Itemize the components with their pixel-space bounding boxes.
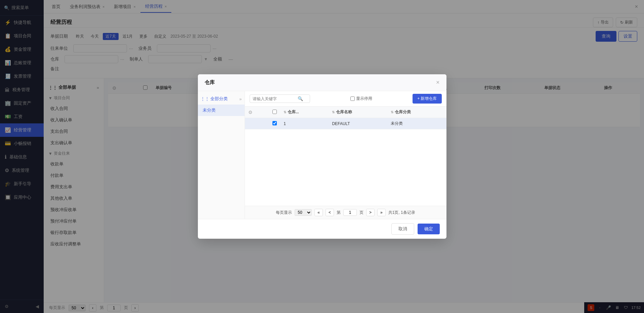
sort-icon-name: ⇅ xyxy=(332,110,335,114)
modal-sidebar-item-label: 未分类 xyxy=(203,107,216,113)
modal-total-label: 共1页, 1条记录 xyxy=(388,210,415,216)
modal-page-label: 第 xyxy=(337,210,341,216)
wh-col-num: 仓库... xyxy=(288,110,299,114)
wh-row-select[interactable] xyxy=(272,121,277,125)
wh-th-gear[interactable]: ⚙ xyxy=(245,107,269,118)
wh-row-checkbox[interactable] xyxy=(269,118,280,129)
all-categories-label[interactable]: ⋮⋮ 全部分类 xyxy=(201,96,228,102)
show-disabled-text: 显示停用 xyxy=(356,96,372,102)
wh-th-category[interactable]: ⇅ 仓库分类 xyxy=(387,107,446,118)
modal-pagination: 每页显示 50 100 « < 第 页 > » 共1页, 1条记录 xyxy=(245,206,446,219)
modal-next-btn[interactable]: > xyxy=(366,209,375,216)
modal-last-btn[interactable]: » xyxy=(377,209,386,216)
cancel-button[interactable]: 取消 xyxy=(391,223,414,235)
modal-content: 🔍 显示停用 + 新增仓库 ⚙ xyxy=(245,91,446,219)
modal-search-input[interactable] xyxy=(253,96,296,101)
wh-col-category: 仓库分类 xyxy=(395,110,411,114)
modal-table: ⚙ ⇅ 仓库... ⇅ 仓库名称 xyxy=(245,107,446,206)
sort-icon-num: ⇅ xyxy=(284,110,286,114)
warehouse-modal: 仓库 × ⋮⋮ 全部分类 » 未分类 🔍 xyxy=(198,74,446,239)
wh-row-gear xyxy=(245,118,269,129)
confirm-button[interactable]: 确定 xyxy=(418,224,440,234)
show-disabled-label[interactable]: 显示停用 xyxy=(350,96,372,102)
wh-th-checkbox[interactable] xyxy=(269,107,280,118)
warehouse-table-row[interactable]: 1 DEFAULT 未分类 xyxy=(245,118,446,129)
modal-title: 仓库 xyxy=(205,79,215,86)
add-warehouse-button[interactable]: + 新增仓库 xyxy=(413,94,441,104)
sidebar-collapse-btn[interactable]: » xyxy=(239,96,242,102)
modal-search-box[interactable]: 🔍 xyxy=(250,94,310,103)
modal-overlay[interactable]: 仓库 × ⋮⋮ 全部分类 » 未分类 🔍 xyxy=(0,0,644,313)
modal-first-btn[interactable]: « xyxy=(314,209,323,216)
modal-sidebar: ⋮⋮ 全部分类 » 未分类 xyxy=(198,91,245,219)
modal-sidebar-item-uncategorized[interactable]: 未分类 xyxy=(198,105,245,116)
wh-th-num[interactable]: ⇅ 仓库... xyxy=(280,107,329,118)
modal-footer: 取消 确定 xyxy=(198,219,446,239)
wh-col-name: 仓库名称 xyxy=(336,110,352,114)
show-disabled-checkbox[interactable] xyxy=(350,96,355,101)
modal-search-icon: 🔍 xyxy=(298,96,303,101)
wh-row-category: 未分类 xyxy=(387,118,446,129)
modal-close-btn[interactable]: × xyxy=(436,79,440,86)
modal-per-page-select[interactable]: 50 100 xyxy=(295,209,312,216)
wh-row-num: 1 xyxy=(280,118,329,129)
modal-page-input[interactable] xyxy=(343,209,357,216)
modal-page-suffix: 页 xyxy=(359,210,363,216)
wh-select-all[interactable] xyxy=(272,110,277,114)
wh-th-name[interactable]: ⇅ 仓库名称 xyxy=(329,107,387,118)
warehouse-table-header: ⚙ ⇅ 仓库... ⇅ 仓库名称 xyxy=(245,107,446,118)
add-warehouse-label: + 新增仓库 xyxy=(417,96,437,102)
modal-header: 仓库 × xyxy=(198,74,446,91)
modal-toolbar: 🔍 显示停用 + 新增仓库 xyxy=(245,91,446,107)
wh-row-name: DEFAULT xyxy=(329,118,387,129)
modal-body: ⋮⋮ 全部分类 » 未分类 🔍 显示停用 xyxy=(198,91,446,219)
modal-prev-btn[interactable]: < xyxy=(326,209,334,216)
modal-per-page-label: 每页显示 xyxy=(276,210,292,216)
warehouse-table: ⚙ ⇅ 仓库... ⇅ 仓库名称 xyxy=(245,107,446,129)
wh-gear-btn[interactable]: ⚙ xyxy=(248,110,253,115)
sort-icon-category: ⇅ xyxy=(391,110,393,114)
